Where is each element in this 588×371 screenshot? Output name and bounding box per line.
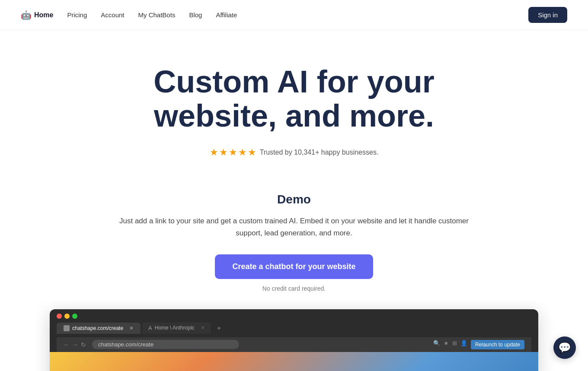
nav-left: 🤖 Home Pricing Account My ChatBots Blog … bbox=[21, 10, 237, 20]
browser-mockup: chatshape.com/create ✕ A Home \ Anthropi… bbox=[50, 309, 538, 371]
nav-link-blog[interactable]: Blog bbox=[189, 10, 202, 20]
tab-label-2: Home \ Anthropic bbox=[155, 325, 195, 331]
logo-icon: 🤖 bbox=[21, 10, 32, 20]
tab-add-button[interactable]: + bbox=[213, 323, 225, 334]
dot-close[interactable] bbox=[57, 314, 62, 319]
demo-title: Demo bbox=[277, 193, 311, 206]
star-1: ★ bbox=[210, 147, 218, 158]
refresh-icon[interactable]: ↻ bbox=[81, 341, 86, 348]
nav-link-account[interactable]: Account bbox=[101, 10, 124, 20]
tab-anthropic-icon: A bbox=[148, 325, 152, 331]
sign-in-button[interactable]: Sign in bbox=[528, 7, 567, 23]
tab-close-2[interactable]: ✕ bbox=[201, 325, 205, 331]
relaunch-button[interactable]: Relaunch to update bbox=[471, 340, 524, 349]
browser-chrome: chatshape.com/create ✕ A Home \ Anthropi… bbox=[50, 309, 538, 352]
tab-close-1[interactable]: ✕ bbox=[129, 325, 134, 331]
browser-addressbar: ← → ↻ chatshape.com/create 🔍 ★ ⊞ 👤 Relau… bbox=[57, 337, 531, 352]
trust-badge: ★ ★ ★ ★ ★ Trusted by 10,341+ happy busin… bbox=[210, 147, 379, 158]
tab-favicon-1 bbox=[64, 325, 70, 331]
nav-logo[interactable]: 🤖 Home bbox=[21, 10, 53, 20]
tab-label-1: chatshape.com/create bbox=[72, 325, 123, 331]
star-2: ★ bbox=[219, 147, 228, 158]
back-arrow[interactable]: ← bbox=[64, 341, 70, 348]
star-3: ★ bbox=[229, 147, 237, 158]
no-credit-text: No credit card required. bbox=[262, 285, 326, 292]
browser-content: Create chatbot bbox=[50, 352, 538, 371]
demo-section: Demo Just add a link to your site and ge… bbox=[0, 175, 588, 300]
zoom-icon[interactable]: 🔍 bbox=[433, 340, 440, 349]
star-rating: ★ ★ ★ ★ ★ bbox=[210, 147, 256, 158]
browser-dots bbox=[57, 314, 531, 319]
logo-text: Home bbox=[34, 11, 53, 19]
browser-tabs: chatshape.com/create ✕ A Home \ Anthropi… bbox=[57, 322, 531, 334]
dot-minimize[interactable] bbox=[64, 314, 70, 319]
browser-toolbar-icons: 🔍 ★ ⊞ 👤 Relaunch to update bbox=[433, 340, 524, 349]
hero-title: Custom AI for your website, and more. bbox=[99, 65, 489, 133]
tab-anthropic[interactable]: A Home \ Anthropic ✕ bbox=[142, 322, 211, 334]
address-bar[interactable]: chatshape.com/create bbox=[92, 340, 239, 349]
star-5: ★ bbox=[248, 147, 256, 158]
nav-link-pricing[interactable]: Pricing bbox=[67, 10, 87, 20]
demo-description: Just add a link to your site and get a c… bbox=[108, 215, 480, 238]
nav-link-affiliate[interactable]: Affiliate bbox=[216, 10, 237, 20]
profile-icon[interactable]: 👤 bbox=[460, 340, 467, 349]
dot-maximize[interactable] bbox=[72, 314, 77, 319]
extensions-icon[interactable]: ⊞ bbox=[452, 340, 457, 349]
bookmark-icon[interactable]: ★ bbox=[444, 340, 449, 349]
trust-text: Trusted by 10,341+ happy businesses. bbox=[260, 149, 379, 156]
tab-chatshape[interactable]: chatshape.com/create ✕ bbox=[57, 323, 141, 334]
nav-link-mychatbots[interactable]: My ChatBots bbox=[138, 10, 176, 20]
chat-widget-icon: 💬 bbox=[558, 342, 571, 354]
hero-section: Custom AI for your website, and more. ★ … bbox=[0, 30, 588, 175]
nav-back-forward: ← → ↻ bbox=[64, 341, 86, 348]
browser-wrapper: chatshape.com/create ✕ A Home \ Anthropi… bbox=[0, 301, 588, 371]
chat-widget-bubble[interactable]: 💬 bbox=[553, 336, 576, 359]
cta-button[interactable]: Create a chatbot for your website bbox=[215, 254, 373, 279]
star-4: ★ bbox=[238, 147, 247, 158]
forward-arrow[interactable]: → bbox=[72, 341, 78, 348]
navbar: 🤖 Home Pricing Account My ChatBots Blog … bbox=[0, 0, 588, 30]
browser-content-title: Create chatbot bbox=[215, 369, 373, 371]
